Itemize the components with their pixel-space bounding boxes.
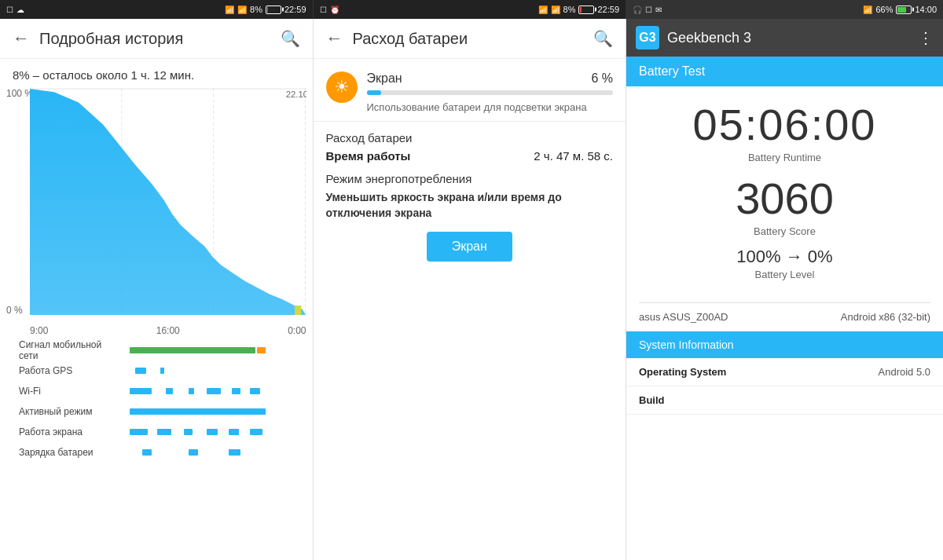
signal-icon-2: 📶 [237,5,247,14]
screen-usage-icon: ☀ [326,71,358,103]
battery-summary: 8% – осталось около 1 ч. 12 мин. [0,59,313,88]
status-panel-2: ☐ ⏰ 📶 📶 8% 22:59 [314,0,627,19]
chart-y-labels: 100 % 0 % [6,88,33,316]
geekbench-panel: G3 Geekbench 3 ⋮ Battery Test 05:06:00 B… [626,19,943,560]
battery-test-bar: Battery Test [626,57,943,86]
status-bar: ☐ ☁ 📶 📶 8% 22:59 ☐ ⏰ 📶 📶 8% 22:59 [0,0,943,19]
signal2-icon: 📶 [538,5,548,14]
panel2-title: Расход батареи [353,30,594,48]
activity-label-gps: Работа GPS [19,365,121,376]
activity-bar-wifi [121,387,300,395]
svg-text:22.10: 22.10 [286,90,306,99]
signal2b-icon: 📶 [551,5,560,14]
signal3-icon: 📶 [863,5,872,14]
activity-label-screen: Работа экрана [19,426,121,437]
battery-test-label: Battery Test [639,64,705,78]
time-3: 14:00 [915,5,937,14]
screen3-icon: ☐ [645,5,652,14]
time-2: 22:59 [597,5,619,14]
screen-power-button[interactable]: Экран [427,232,512,262]
y-label-bottom: 0 % [6,305,33,316]
back-button-1[interactable]: ← [13,28,30,49]
system-info-label: System Information [639,339,734,351]
sys-row-os: Operating System Android 5.0 [626,358,943,386]
activity-label-active: Активный режим [19,406,121,417]
activity-row-screen: Работа экрана [19,424,300,440]
activity-rows: Сигнал мобильной сети Работа GPS [6,339,306,468]
menu-button[interactable]: ⋮ [918,28,934,47]
device-info-row: asus ASUS_Z00AD Android x86 (32-bit) [626,303,943,331]
mail-icon: ✉ [655,5,662,14]
battery-icon-1 [266,5,281,14]
geekbench-app-icon: G3 [636,26,659,49]
battery-runtime-value: 05:06:00 [639,99,930,150]
battery-percent-1: 8% [250,5,262,14]
system-info-bar: System Information [626,331,943,358]
battery-score-value: 3060 [639,173,930,224]
consumption-val: 2 ч. 47 м. 58 с. [534,149,613,163]
sys-row-build: Build [626,386,943,415]
activity-label-signal: Сигнал мобильной сети [19,339,121,361]
usage-name: Экран [367,71,402,86]
sys-val-os: Android 5.0 [879,366,931,378]
power-mode-desc: Уменьшить яркость экрана и/или время до … [326,190,614,221]
activity-label-charge: Зарядка батареи [19,447,121,458]
usage-progress-bar [367,90,614,95]
activity-bar-active [121,408,300,415]
x-label-3: 0:00 [288,325,306,336]
search-button-2[interactable]: 🔍 [593,29,613,48]
battery-history-panel: ← Подробная история 🔍 8% – осталось окол… [0,19,314,560]
battery-chart-svg: 22.10 [30,88,306,315]
battery-usage-panel: ← Расход батареи 🔍 ☀ Экран 6 % Использов… [314,19,627,560]
usage-details: Экран 6 % Использование батареи для подс… [367,71,614,115]
sim2-icon: ☐ [320,5,327,14]
battery-runtime-label: Battery Runtime [639,152,930,163]
geekbench-header: G3 Geekbench 3 ⋮ [626,19,943,57]
geekbench-app-title: Geekbench 3 [667,30,918,46]
device-platform: Android x86 (32-bit) [841,311,930,323]
activity-row-wifi: Wi-Fi [19,383,300,399]
status-panel-1: ☐ ☁ 📶 📶 8% 22:59 [0,0,314,19]
device-name: asus ASUS_Z00AD [639,311,728,323]
activity-row-gps: Работа GPS [19,363,300,379]
signal-icon-1: 📶 [225,5,234,14]
activity-bar-gps [121,367,300,375]
chart-x-labels: 9:00 16:00 0:00 [30,322,306,339]
activity-bar-charge [121,448,300,456]
x-label-1: 9:00 [30,325,48,336]
main-content: ← Подробная история 🔍 8% – осталось окол… [0,19,943,560]
usage-percent: 6 % [591,71,613,86]
cloud-icon: ☁ [17,5,24,14]
usage-desc: Использование батареи для подсветки экра… [367,101,587,113]
chart-container: 100 % 0 % [6,88,306,339]
sys-key-os: Operating System [639,366,726,378]
battery-consumption: Расход батареи Время работы 2 ч. 47 м. 5… [314,122,626,172]
sys-key-build: Build [639,394,665,406]
battery-score-label: Battery Score [639,225,930,237]
activity-row-active: Активный режим [19,404,300,419]
activity-label-wifi: Wi-Fi [19,386,121,397]
activity-bar-signal [121,346,300,354]
status-panel-3: 🎧 ☐ ✉ 📶 66% 14:00 [626,0,943,19]
headphone-icon: 🎧 [633,5,642,14]
usage-name-row: Экран 6 % [367,71,614,86]
sim-icon: ☐ [6,5,13,14]
activity-row-charge: Зарядка батареи [19,445,300,460]
search-button-1[interactable]: 🔍 [281,29,300,48]
activity-row-signal: Сигнал мобильной сети [19,342,300,358]
battery-level-value: 100% → 0% [639,247,930,267]
battery-percent-2: 8% [563,5,576,14]
back-button-2[interactable]: ← [326,28,343,49]
x-label-2: 16:00 [156,325,180,336]
activity-bar-screen [121,428,300,436]
y-label-top: 100 % [6,88,33,99]
battery-icon-3 [896,5,912,14]
alarm-icon: ⏰ [330,5,339,14]
panel1-header: ← Подробная история 🔍 [0,19,313,59]
result-section: 05:06:00 Battery Runtime 3060 Battery Sc… [626,86,943,302]
consumption-title: Расход батареи [326,131,614,145]
chart-area: 100 % 0 % [0,88,313,560]
consumption-key: Время работы [326,149,411,163]
time-1: 22:59 [284,5,306,14]
battery-percent-3: 66% [875,5,893,14]
